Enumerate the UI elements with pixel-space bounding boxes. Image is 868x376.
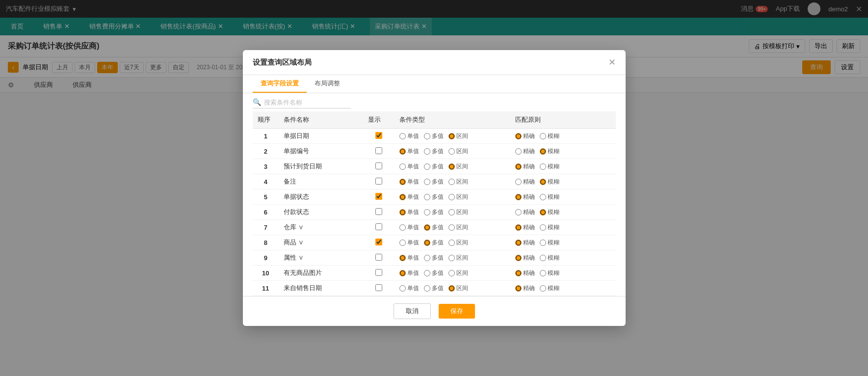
modal-header: 设置查询区域布局 ✕ xyxy=(243,50,626,75)
settings-modal: 设置查询区域布局 ✕ 查询字段设置 布局调整 🔍 顺序 条件名称 显示 xyxy=(243,50,626,93)
modal-tabs: 查询字段设置 布局调整 xyxy=(243,75,626,93)
modal-close-icon[interactable]: ✕ xyxy=(608,57,616,68)
modal-title: 设置查询区域布局 xyxy=(253,58,312,67)
tab-query-fields[interactable]: 查询字段设置 xyxy=(253,75,307,93)
modal-overlay: 设置查询区域布局 ✕ 查询字段设置 布局调整 🔍 顺序 条件名称 显示 xyxy=(0,0,868,93)
tab-layout-adjust[interactable]: 布局调整 xyxy=(307,75,348,93)
